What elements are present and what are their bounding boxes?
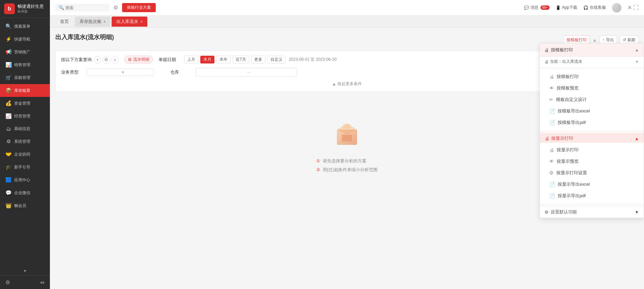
dp-display-preview-icon: 👁 [549,159,554,164]
empty-illustration [330,116,364,150]
apps-icon: 🟦 [5,177,11,183]
empty-tip-1-text: 请先选择要分析的方案 [323,158,367,163]
inventory-icon: 📦 [5,87,11,94]
date-btn-prev-month[interactable]: 上月 [184,56,198,63]
app-name: 畅捷通好生意 [18,4,44,9]
bottom-gear-icon[interactable]: ⚙ [5,279,10,286]
tab-inout-flow-close[interactable]: × [140,20,142,24]
biz-select[interactable]: ▼ [87,69,154,76]
sidebar-item-collab[interactable]: 🤝 企业协同 [0,148,50,161]
app-label: App下载 [562,5,577,10]
service-icon: 🎧 [583,5,588,10]
dp-item-display-excel[interactable]: 📄 按显示导出excel [540,179,644,190]
sidebar-item-operations[interactable]: 📈 经营管理 [0,110,50,123]
marketing-icon: 📢 [5,49,11,55]
dp-template-excel-label: 按模板导出excel [558,108,590,114]
window-controls: ✕ ⛶ [627,4,639,11]
topbar-app-download[interactable]: 📱 App下载 [556,5,577,10]
dp-item-template-pdf[interactable]: 📄 按模板导出pdf [540,117,644,128]
sidebar-item-quick-nav[interactable]: ⚡ 快捷导航 [0,33,50,46]
dp-item-template-preview[interactable]: 👁 按模板预览 [540,82,644,94]
warehouse-select[interactable]: ··· [196,68,297,77]
date-btn-more[interactable]: 更多 [251,56,265,63]
dp-template-print-label: 按模板打印 [557,74,579,80]
sidebar-item-basics[interactable]: 🗂 基础信息 [0,123,50,135]
dp-template-print-icon: 🖨 [549,74,554,79]
date-label: 单据日期 [158,57,179,63]
dp-item-display-pdf[interactable]: 📄 按显示导出pdf [540,190,644,202]
topbar-service[interactable]: 🎧 在线客服 [583,5,606,10]
app-icon: 📱 [556,5,561,10]
sidebar-item-guide[interactable]: 🎓 新手引导 [0,161,50,174]
filter-section-label-area: 按以下方案查询 + ⚙ « [61,56,119,63]
sidebar-item-inventory[interactable]: 📦 库存核算 [0,84,50,97]
tab-batch-account[interactable]: 库存批次账 × [75,17,110,27]
print-arrow-icon[interactable]: ▲ [592,37,597,43]
sidebar-scroll-down[interactable]: ▼ [0,266,50,275]
logo-area: b 畅捷通好生意 标准版 [0,0,50,18]
tab-inout-flow[interactable]: 出入库流水 × [112,17,147,27]
footer-icon: ⚙ [545,210,549,215]
main-area: 🔍 ⚙ 体验行业方案 💬 消息 99+ 📱 App下载 🎧 在线客服 ✕ [50,0,644,289]
display-section-header[interactable]: 🖨 按显示打印 ▲ [540,133,644,143]
sidebar-item-system[interactable]: ⚙ 系统管理 [0,135,50,148]
current-label: 当前：出入库流水 [550,59,582,64]
dp-item-template-print[interactable]: 🖨 按模板打印 [540,71,644,82]
dropdown-header[interactable]: 🖨 按模板打印 ▲ [540,44,644,57]
sidebar-item-purchase[interactable]: 🛒 采购管理 [0,71,50,84]
topbar-search-box[interactable]: 🔍 [55,4,109,11]
date-btn-7days[interactable]: 近7天 [233,56,249,63]
date-btn-custom[interactable]: 自定义 [267,56,286,63]
dp-item-display-settings[interactable]: ⚙ 按显示打印设置 [540,167,644,179]
date-filter: 上月 本月 本年 近7天 更多 自定义 2023-06-01 至 2023-06… [184,56,336,63]
sidebar-item-search[interactable]: 🔍 搜索菜单 [0,20,50,33]
search-icon: 🔍 [59,5,64,10]
wechat-icon: 💬 [5,190,11,196]
dp-template-design-label: 模板自定义设计 [556,97,587,103]
maximize-icon[interactable]: ⛶ [633,5,639,11]
sidebar-item-wechat[interactable]: 💬 企业微信 [0,186,50,199]
sidebar-item-label: 企业协同 [14,152,30,157]
sidebar-item-label: 采购管理 [14,75,30,81]
display-section-title: 🖨 按显示打印 [545,135,573,141]
dp-item-template-design[interactable]: ✏ 模板自定义设计 [540,94,644,105]
dp-template-preview-icon: 👁 [549,85,554,91]
filter-collapse-btn[interactable]: « [111,56,119,63]
tab-home[interactable]: 首页 [55,17,74,27]
dp-item-display-preview[interactable]: 👁 按显示预览 [540,156,644,167]
display-print-icon: 🖨 [545,136,549,141]
date-range-display: 2023-06-01 至 2023-06-30 [289,57,336,62]
topbar-gear-icon[interactable]: ⚙ [113,4,118,11]
dp-display-excel-icon: 📄 [549,182,555,187]
topbar-msg[interactable]: 💬 消息 99+ [524,5,550,10]
dropdown-footer[interactable]: ⚙ 设置默认功能 ▼ [540,206,644,218]
dp-item-display-print[interactable]: 🖨 按显示打印 [540,144,644,156]
sidebar-item-finance[interactable]: 💰 资金管理 [0,97,50,110]
date-btn-current-month[interactable]: 本月 [200,56,214,63]
dp-display-print-icon: 🖨 [549,147,554,153]
search-input[interactable] [65,5,99,10]
current-indicator: 🖨 当前：出入库流水 ▼ [540,57,644,67]
dp-display-settings-label: 按显示打印设置 [556,170,587,176]
avatar[interactable] [612,3,621,12]
bottom-collapse-icon[interactable]: ⇔ [40,279,45,286]
empty-tip-2: ② 用[过滤]条件来缩小分析范围 [316,165,378,174]
guide-icon: 🎓 [5,164,11,170]
dp-display-preview-label: 按显示预览 [557,158,579,164]
sidebar-item-sales[interactable]: 📊 销售管理 [0,58,50,71]
dp-display-pdf-label: 按显示导出pdf [558,193,586,199]
date-btn-year[interactable]: 本年 [216,56,231,63]
msg-badge: 99+ [540,5,550,10]
close-icon[interactable]: ✕ [627,4,632,11]
tab-batch-account-close[interactable]: × [104,20,106,24]
add-filter-btn[interactable]: + [94,56,101,63]
biz-label: 业务类型 [61,69,81,75]
sidebar-item-marketing[interactable]: 📢 营销推广 [0,46,50,58]
filter-setting-btn[interactable]: ⚙ [103,56,110,63]
sidebar-item-apps[interactable]: 🟦 应用中心 [0,174,50,186]
industry-btn[interactable]: 体验行业方案 [122,3,156,12]
sidebar-item-vip[interactable]: 👑 畅会员 [0,199,50,212]
sidebar: b 畅捷通好生意 标准版 🔍 搜索菜单 ⚡ 快捷导航 📢 营销推广 📊 销售管理… [0,0,50,289]
sidebar-item-label: 快捷导航 [14,36,30,42]
dp-item-template-excel[interactable]: 📄 按模板导出excel [540,105,644,117]
